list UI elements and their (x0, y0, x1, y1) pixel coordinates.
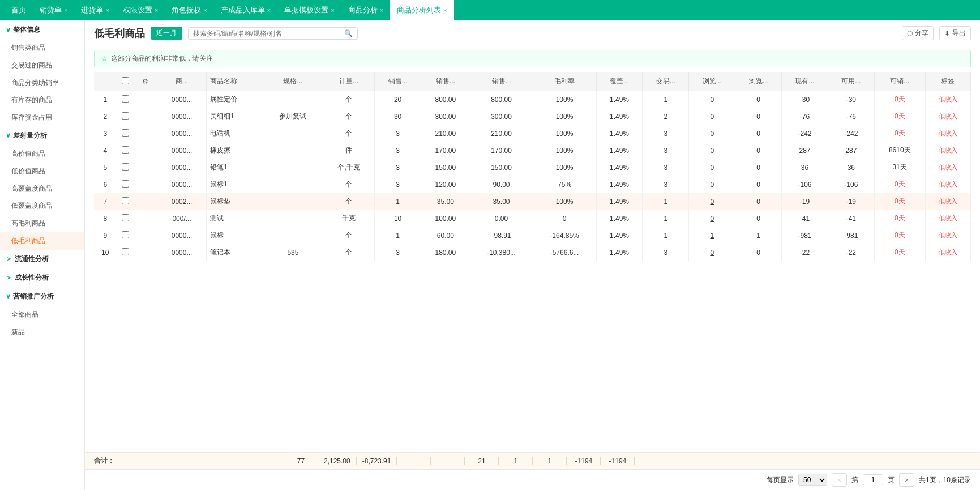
cell-browse1[interactable]: 0 (689, 159, 735, 176)
cell-profit: 800.00 (470, 91, 533, 108)
page-number-input[interactable] (863, 474, 883, 485)
cell-num: 4 (94, 142, 117, 159)
nav-product-analysis[interactable]: 商品分析× (341, 0, 390, 20)
col-settings-header[interactable]: ⚙ (134, 72, 157, 91)
sidebar-item-high-profit[interactable]: 高毛利商品 (0, 215, 84, 232)
cell-available: 287 (828, 142, 874, 159)
cell-check[interactable] (117, 108, 134, 125)
row-checkbox[interactable] (122, 197, 129, 204)
col-name-header[interactable]: 商品名称 (206, 72, 263, 91)
row-checkbox[interactable] (122, 129, 129, 137)
sidebar-group-marketing[interactable]: ∨ 营销推广分析 (0, 287, 84, 306)
table-row: 1 0000... 属性定价 个 20 800.00 800.00 100% 1… (94, 91, 971, 108)
cell-check[interactable] (117, 244, 134, 261)
nav-sales-order[interactable]: 销货单× (33, 0, 74, 20)
cell-unit: 个 (323, 125, 375, 142)
sidebar-item-all-goods[interactable]: 全部商品 (0, 306, 84, 323)
col-trade-header[interactable]: 交易... (643, 72, 689, 91)
search-input[interactable] (193, 29, 344, 37)
cell-check[interactable] (117, 142, 134, 159)
row-checkbox[interactable] (122, 180, 129, 188)
sidebar-item-low-value[interactable]: 低价值商品 (0, 163, 84, 180)
table-header-row: ⚙ 商... 商品名称 规格... 计量... 销售... 销售... 销售..… (94, 72, 971, 91)
next-page-button[interactable]: ＞ (899, 473, 914, 487)
row-checkbox[interactable] (122, 163, 129, 171)
row-checkbox[interactable] (122, 112, 129, 120)
sidebar-item-low-profit[interactable]: 低毛利商品 (0, 232, 84, 250)
sidebar-item-category-rate[interactable]: 商品分类助销率 (0, 74, 84, 92)
sidebar-item-traded-goods[interactable]: 交易过的商品 (0, 57, 84, 74)
per-page-select[interactable]: 50 20 100 (798, 474, 827, 486)
sidebar-group-growth[interactable]: ＞ 成长性分析 (0, 269, 84, 287)
nav-home[interactable]: 首页 (5, 0, 33, 20)
cell-check[interactable] (117, 227, 134, 244)
col-unit-header[interactable]: 计量... (323, 72, 375, 91)
cell-browse1[interactable]: 0 (689, 125, 735, 142)
nav-product-analysis-list[interactable]: 商品分析列表× (390, 0, 453, 20)
row-checkbox[interactable] (122, 248, 129, 255)
cell-saleable: 31天 (874, 159, 925, 176)
col-cover-rate-header[interactable]: 覆盖... (596, 72, 643, 91)
col-browse1-header[interactable]: 浏览... (689, 72, 735, 91)
share-button[interactable]: ⬡ 分享 (902, 26, 934, 40)
cell-expand (134, 210, 157, 227)
search-icon[interactable]: 🔍 (344, 29, 353, 37)
cell-saleable: 0天 (874, 210, 925, 227)
col-saleable-header[interactable]: 可销... (874, 72, 925, 91)
col-code-header[interactable]: 商... (157, 72, 207, 91)
sidebar-group-overall[interactable]: ∨ 整体信息 (0, 20, 84, 39)
col-gross-rate-header[interactable]: 毛利率 (533, 72, 596, 91)
cell-name: 鼠标1 (206, 176, 263, 193)
col-current-header[interactable]: 现有... (782, 72, 828, 91)
nav-role-auth[interactable]: 角色授权× (165, 0, 213, 20)
col-available-header[interactable]: 可用... (828, 72, 874, 91)
cell-browse1[interactable]: 0 (689, 108, 735, 125)
sidebar-item-sales-goods[interactable]: 销售类商品 (0, 39, 84, 57)
sidebar-group-circulation[interactable]: ＞ 流通性分析 (0, 250, 84, 269)
col-spec-header[interactable]: 规格... (263, 72, 323, 91)
sidebar-item-new-goods[interactable]: 新品 (0, 323, 84, 341)
cell-check[interactable] (117, 159, 134, 176)
col-browse2-header[interactable]: 浏览... (735, 72, 782, 91)
cell-spec (263, 193, 323, 210)
cell-browse1[interactable]: 0 (689, 142, 735, 159)
col-amount-header[interactable]: 销售... (421, 72, 470, 91)
sidebar-group-scatter[interactable]: ∨ 差射量分析 (0, 126, 84, 145)
cell-browse1[interactable]: 0 (689, 91, 735, 108)
sidebar-item-high-value[interactable]: 高价值商品 (0, 145, 84, 163)
cell-browse1[interactable]: 0 (689, 244, 735, 261)
select-all-checkbox[interactable] (122, 77, 129, 84)
export-button[interactable]: ⬇ 导出 (939, 26, 971, 40)
nav-template-settings[interactable]: 单据模板设置× (277, 0, 341, 20)
cell-browse1[interactable]: 0 (689, 210, 735, 227)
cell-browse2: 0 (735, 91, 782, 108)
sidebar-item-low-coverage[interactable]: 低覆盖度商品 (0, 197, 84, 215)
cell-check[interactable] (117, 125, 134, 142)
page-title: 低毛利商品 (94, 27, 145, 40)
row-checkbox[interactable] (122, 231, 129, 238)
nav-permission-settings[interactable]: 权限设置× (116, 0, 165, 20)
cell-browse1[interactable]: 1 (689, 227, 735, 244)
cell-check[interactable] (117, 193, 134, 210)
cell-check[interactable] (117, 91, 134, 108)
cell-browse1[interactable]: 0 (689, 176, 735, 193)
cell-browse1[interactable]: 0 (689, 193, 735, 210)
sidebar-item-stock-goods[interactable]: 有库存的商品 (0, 91, 84, 109)
prev-page-button[interactable]: ＜ (832, 473, 847, 487)
sidebar-item-capital[interactable]: 库存资金占用 (0, 109, 84, 126)
filter-button[interactable]: 近一月 (151, 27, 182, 40)
row-checkbox[interactable] (122, 214, 129, 221)
sidebar-item-high-coverage[interactable]: 高覆盖度商品 (0, 180, 84, 198)
nav-purchase-order[interactable]: 进货单× (74, 0, 115, 20)
row-checkbox[interactable] (122, 146, 129, 154)
cell-trade: 1 (643, 91, 689, 108)
col-qty-header[interactable]: 销售... (375, 72, 421, 91)
cell-check[interactable] (117, 176, 134, 193)
nav-product-inbound[interactable]: 产成品入库单× (214, 0, 277, 20)
cell-qty: 30 (375, 108, 421, 125)
row-checkbox[interactable] (122, 95, 129, 103)
cell-check[interactable] (117, 210, 134, 227)
settings-icon[interactable]: ⚙ (142, 78, 148, 86)
cell-cover-rate: 1.49% (596, 142, 643, 159)
col-profit-header[interactable]: 销售... (470, 72, 533, 91)
